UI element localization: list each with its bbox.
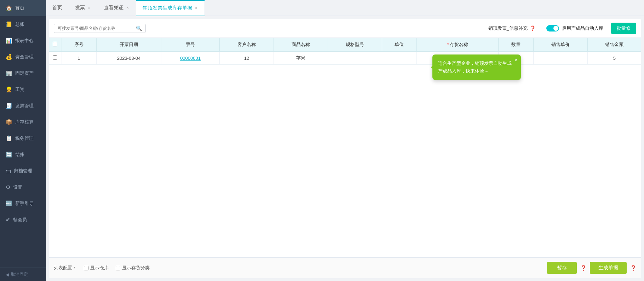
col-date: 开票日期: [96, 38, 161, 52]
col-unit: 单位: [382, 38, 416, 52]
sidebar-item-settings[interactable]: ⚙ 设置: [0, 179, 46, 195]
guide-icon: 🆕: [6, 200, 12, 207]
tooltip-close-button[interactable]: ×: [514, 57, 517, 63]
sidebar-item-inventory[interactable]: 📦 库存核算: [0, 114, 46, 130]
auto-warehouse-toggle[interactable]: [546, 25, 559, 31]
tooltip-popup: × 适合生产型企业，销顶发票自动生成产成品入库，快来体验～: [432, 55, 521, 80]
col-amount: 销售金额: [587, 38, 641, 52]
select-all-checkbox[interactable]: [53, 42, 57, 46]
sidebar-item-member[interactable]: ✔ 畅会员: [0, 212, 46, 228]
table-header-row: 序号 开票日期 票号 客户名称 商品名称 规格型号 单位 *存货名称 数量 销售…: [49, 38, 641, 52]
tab-sales-invoice-close[interactable]: ×: [194, 5, 198, 11]
bottom-bar: 列表配置： 显示仓库 显示存货分类 暂存 ❓ 生成单据 ❓: [49, 257, 641, 278]
tab-invoice-close[interactable]: ×: [87, 5, 91, 11]
show-inventory-category-checkbox[interactable]: 显示存货分类: [116, 265, 150, 271]
row-customer: 12: [220, 52, 274, 65]
col-price: 销售单价: [533, 38, 587, 52]
row-product-name: 苹果: [274, 52, 328, 65]
sidebar-item-wages[interactable]: 👷 工资: [0, 81, 46, 98]
info-section: 销顶发票_信息补充 ❓: [488, 25, 536, 31]
toggle-section: 启用产成品自动入库: [546, 25, 603, 31]
tab-home[interactable]: 首页: [46, 0, 69, 16]
funds-icon: 💰: [6, 54, 12, 60]
toggle-knob: [553, 26, 558, 31]
sidebar-unpin[interactable]: ◀ 取消固定: [0, 268, 46, 281]
sidebar-item-label: 固定资产: [15, 70, 34, 76]
member-icon: ✔: [6, 217, 10, 223]
generate-button[interactable]: 生成单据: [590, 262, 627, 274]
col-inventory-name: *存货名称: [416, 38, 499, 52]
sidebar-item-fixed-assets[interactable]: 🏢 固定资产: [0, 65, 46, 81]
col-ticket-no: 票号: [161, 38, 220, 52]
table-container: 序号 开票日期 票号 客户名称 商品名称 规格型号 单位 *存货名称 数量 销售…: [49, 38, 641, 257]
info-icon[interactable]: ❓: [530, 25, 536, 31]
list-config-label: 列表配置：: [54, 265, 77, 271]
data-table: 序号 开票日期 票号 客户名称 商品名称 规格型号 单位 *存货名称 数量 销售…: [49, 38, 641, 65]
invoice-icon: 🧾: [6, 103, 12, 109]
archive-icon: 🗃: [6, 168, 11, 174]
table-row: 1 2023-03-04 00000001 12 苹果 000001 苹果 个 …: [49, 52, 641, 65]
info-label: 销顶发票_信息补充: [488, 25, 528, 31]
tax-icon: 📋: [6, 135, 12, 142]
sidebar-item-guide[interactable]: 🆕 新手引导: [0, 195, 46, 212]
sidebar-item-label: 畅会员: [13, 217, 27, 223]
main-area: 首页 发票 × 查看凭证 × 销顶发票生成库存单据 × 🔍 销顶发票_信息补充 …: [46, 0, 644, 281]
show-inventory-category-label: 显示存货分类: [122, 265, 150, 271]
sidebar-item-label: 归档管理: [14, 168, 32, 174]
sidebar: 🏠 首页 📒 总账 📊 报表中心 💰 资金管理 🏢 固定资产 👷 工资 🧾 发票…: [0, 0, 46, 281]
ledger-icon: 📒: [6, 21, 12, 28]
col-customer: 客户名称: [220, 38, 274, 52]
row-ticket-no[interactable]: 00000001: [161, 52, 220, 65]
reports-icon: 📊: [6, 38, 12, 44]
home-icon: 🏠: [6, 5, 12, 11]
save-help-icon[interactable]: ❓: [580, 265, 586, 271]
search-box[interactable]: 🔍: [54, 24, 146, 33]
show-warehouse-label: 显示仓库: [90, 265, 109, 271]
tab-invoice[interactable]: 发票 ×: [69, 0, 97, 16]
sidebar-item-general-ledger[interactable]: 📒 总账: [0, 16, 46, 33]
inventory-icon: 📦: [6, 119, 12, 125]
row-unit: [382, 52, 416, 65]
sidebar-item-funds[interactable]: 💰 资金管理: [0, 49, 46, 65]
unpin-icon: ◀: [6, 272, 9, 277]
sidebar-item-invoice-mgmt[interactable]: 🧾 发票管理: [0, 98, 46, 114]
row-date: 2023-03-04: [96, 52, 161, 65]
save-button[interactable]: 暂存: [547, 262, 577, 274]
tab-voucher-close[interactable]: ×: [126, 5, 130, 11]
sidebar-item-tax[interactable]: 📋 税务管理: [0, 130, 46, 147]
row-amount: 5: [587, 52, 641, 65]
bottom-actions: 暂存 ❓ 生成单据 ❓: [547, 262, 636, 274]
content-area: 🔍 销顶发票_信息补充 ❓ 启用产成品自动入库 批量修: [49, 19, 641, 278]
tab-sales-invoice-label: 销顶发票生成库存单据: [143, 5, 192, 11]
search-input[interactable]: [58, 26, 134, 31]
tab-sales-invoice[interactable]: 销顶发票生成库存单据 ×: [136, 0, 205, 16]
table-body: 1 2023-03-04 00000001 12 苹果 000001 苹果 个 …: [49, 52, 641, 65]
search-icon: 🔍: [136, 25, 142, 31]
assets-icon: 🏢: [6, 70, 12, 76]
batch-edit-button[interactable]: 批量修: [611, 23, 636, 34]
tooltip-text: 适合生产型企业，销顶发票自动生成产成品入库，快来体验～: [438, 61, 512, 74]
sidebar-item-label: 新手引导: [15, 200, 34, 207]
tab-voucher-label: 查看凭证: [104, 5, 123, 11]
settlement-icon: 🔄: [6, 151, 12, 158]
show-inventory-category-input[interactable]: [116, 266, 120, 270]
sidebar-item-settlement[interactable]: 🔄 结账: [0, 147, 46, 163]
sidebar-item-reports[interactable]: 📊 报表中心: [0, 33, 46, 49]
row-seq: 1: [62, 52, 96, 65]
sidebar-item-label: 发票管理: [15, 103, 34, 109]
sidebar-item-label: 总账: [15, 21, 24, 28]
col-product-name: 商品名称: [274, 38, 328, 52]
tab-invoice-label: 发票: [75, 5, 85, 11]
tab-voucher[interactable]: 查看凭证 ×: [97, 0, 136, 16]
sidebar-item-archive[interactable]: 🗃 归档管理: [0, 163, 46, 179]
sidebar-item-label: 库存核算: [15, 119, 34, 125]
show-warehouse-checkbox[interactable]: 显示仓库: [84, 265, 109, 271]
row-checkbox-cell: [49, 52, 62, 65]
sidebar-item-home[interactable]: 🏠 首页: [0, 0, 46, 16]
sidebar-item-label: 工资: [15, 86, 24, 93]
sidebar-item-label: 设置: [13, 184, 22, 190]
show-warehouse-input[interactable]: [84, 266, 88, 270]
row-checkbox[interactable]: [53, 55, 57, 60]
col-spec: 规格型号: [328, 38, 382, 52]
generate-help-icon[interactable]: ❓: [630, 265, 636, 271]
